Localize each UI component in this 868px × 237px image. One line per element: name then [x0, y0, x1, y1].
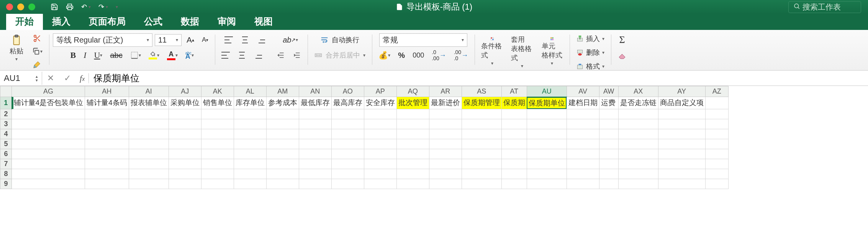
row-header[interactable]: 6 — [0, 149, 12, 159]
undo-button[interactable]: ↶ ▾ — [81, 3, 91, 11]
cell[interactable] — [129, 149, 169, 159]
increase-font-button[interactable]: A▴ — [184, 33, 197, 46]
cell[interactable] — [364, 139, 396, 149]
number-format-select[interactable]: 常规▾ — [379, 33, 467, 47]
cell[interactable] — [299, 139, 331, 149]
cell[interactable]: 批次管理 — [396, 97, 429, 109]
cell[interactable]: 商品自定义项 — [658, 97, 705, 109]
cell[interactable] — [266, 149, 299, 159]
orientation-button[interactable]: ab↗ ▾ — [280, 34, 301, 46]
cell[interactable] — [527, 139, 567, 149]
cell[interactable] — [129, 139, 169, 149]
cell[interactable] — [331, 179, 364, 189]
cell[interactable] — [266, 109, 299, 119]
cell[interactable] — [299, 109, 331, 119]
cell[interactable] — [331, 169, 364, 179]
cell[interactable] — [567, 169, 599, 179]
wrap-text-button[interactable]: 自动换行 — [318, 33, 362, 46]
cell[interactable] — [396, 139, 429, 149]
decrease-indent-button[interactable] — [274, 50, 288, 61]
align-left-button[interactable] — [219, 50, 233, 61]
align-bottom-button[interactable] — [254, 35, 268, 45]
cell[interactable] — [599, 169, 618, 179]
column-header[interactable]: AL — [234, 86, 266, 97]
cell[interactable] — [266, 159, 299, 169]
cell[interactable] — [429, 119, 462, 129]
align-middle-button[interactable] — [238, 35, 252, 45]
cell[interactable] — [501, 179, 527, 189]
cell[interactable] — [169, 129, 201, 139]
cell[interactable] — [705, 149, 728, 159]
cell[interactable] — [599, 119, 618, 129]
cell[interactable] — [234, 179, 266, 189]
font-size-select[interactable]: 11▾ — [155, 34, 182, 46]
row-header[interactable]: 1 — [0, 97, 12, 109]
cell[interactable] — [658, 139, 705, 149]
delete-cells-button[interactable]: 删除 ▾ — [573, 46, 607, 59]
underline-button[interactable]: U ▾ — [92, 48, 105, 62]
cell[interactable]: 最低库存 — [299, 97, 331, 109]
cell[interactable]: 辅计量4是否包装单位 — [12, 97, 85, 109]
tab-layout[interactable]: 页面布局 — [80, 13, 135, 30]
cell[interactable] — [364, 119, 396, 129]
cell[interactable] — [429, 159, 462, 169]
cell[interactable] — [12, 149, 85, 159]
copy-button[interactable]: ▾ — [29, 45, 45, 58]
cell[interactable] — [599, 109, 618, 119]
cell[interactable] — [234, 159, 266, 169]
cell[interactable] — [599, 159, 618, 169]
cell[interactable] — [527, 149, 567, 159]
cell[interactable] — [658, 109, 705, 119]
paste-button[interactable]: 粘贴 ▾ — [7, 32, 26, 64]
cell[interactable] — [234, 119, 266, 129]
cell[interactable] — [12, 119, 85, 129]
cell[interactable] — [201, 169, 234, 179]
format-cells-button[interactable]: 格式 ▾ — [573, 60, 607, 73]
cell[interactable] — [85, 119, 129, 129]
cell[interactable] — [201, 149, 234, 159]
column-header[interactable]: AW — [599, 86, 618, 97]
clear-button[interactable] — [615, 49, 629, 62]
cell[interactable]: 最高库存 — [331, 97, 364, 109]
cell[interactable] — [567, 119, 599, 129]
cell[interactable] — [85, 139, 129, 149]
cell[interactable] — [129, 169, 169, 179]
cell[interactable] — [299, 119, 331, 129]
cell[interactable]: 库存单位 — [234, 97, 266, 109]
cell[interactable] — [129, 179, 169, 189]
cell[interactable] — [658, 129, 705, 139]
align-right-button[interactable] — [251, 50, 265, 61]
cell[interactable] — [396, 179, 429, 189]
cell[interactable] — [658, 119, 705, 129]
cell[interactable] — [364, 149, 396, 159]
cell[interactable] — [266, 129, 299, 139]
cell[interactable] — [658, 169, 705, 179]
cell[interactable] — [618, 149, 658, 159]
cell[interactable] — [331, 139, 364, 149]
align-top-button[interactable] — [222, 35, 236, 45]
column-header[interactable]: AY — [658, 86, 705, 97]
cell[interactable] — [266, 139, 299, 149]
cell[interactable] — [567, 109, 599, 119]
tab-formula[interactable]: 公式 — [135, 13, 172, 30]
tab-view[interactable]: 视图 — [245, 13, 282, 30]
row-header[interactable]: 9 — [0, 179, 12, 189]
increase-decimal-button[interactable]: .0.00→ — [429, 47, 449, 63]
cell[interactable] — [501, 149, 527, 159]
cell[interactable] — [331, 109, 364, 119]
bold-button[interactable]: B — [68, 48, 79, 62]
row-header[interactable]: 7 — [0, 159, 12, 169]
cell[interactable] — [12, 129, 85, 139]
cell[interactable] — [85, 149, 129, 159]
cell[interactable] — [618, 179, 658, 189]
column-header[interactable]: AR — [429, 86, 462, 97]
cell[interactable] — [364, 109, 396, 119]
cell[interactable] — [429, 179, 462, 189]
cell[interactable] — [462, 139, 501, 149]
cell[interactable] — [501, 139, 527, 149]
cell[interactable] — [429, 149, 462, 159]
cell[interactable] — [658, 149, 705, 159]
column-header[interactable]: AX — [618, 86, 658, 97]
cell[interactable] — [462, 159, 501, 169]
cell[interactable] — [618, 119, 658, 129]
